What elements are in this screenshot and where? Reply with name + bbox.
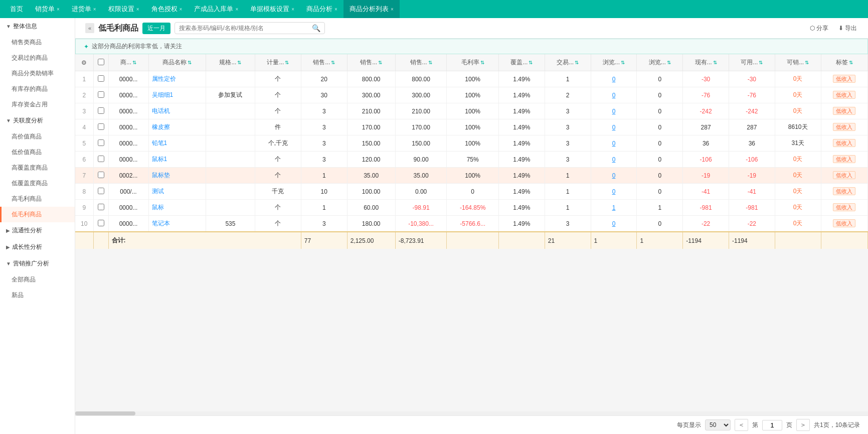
col-views1[interactable]: 浏览...⇅ — [591, 54, 637, 71]
nav-sales[interactable]: 销货单 × — [29, 0, 66, 18]
col-current-stock[interactable]: 现有...⇅ — [683, 54, 729, 71]
scroll-thumb[interactable] — [75, 411, 135, 415]
col-sales-profit[interactable]: 销售...⇅ — [395, 54, 447, 71]
row-checkbox-input[interactable] — [98, 220, 104, 226]
nav-role[interactable]: 角色授权 × — [145, 0, 189, 18]
nav-analysis[interactable]: 商品分析 × — [300, 0, 343, 18]
col-code[interactable]: 商...⇅ — [108, 54, 148, 71]
row-checkbox-input[interactable] — [98, 75, 104, 82]
sidebar-item-high-margin[interactable]: 高毛利商品 — [0, 191, 75, 207]
per-page-select[interactable]: 50 20 100 — [705, 419, 731, 430]
sidebar-item-low-margin[interactable]: 低毛利商品 — [0, 207, 75, 222]
col-coverage[interactable]: 覆盖...⇅ — [498, 54, 545, 71]
time-filter-button[interactable]: 近一月 — [142, 23, 170, 34]
row-name[interactable]: 笔记本 — [148, 216, 206, 232]
close-purchase-icon[interactable]: × — [93, 7, 96, 12]
sidebar-item-capital[interactable]: 库存资金占用 — [0, 97, 75, 112]
col-transaction[interactable]: 交易...⇅ — [545, 54, 591, 71]
row-name[interactable]: 鼠标垫 — [148, 168, 206, 184]
row-checkbox-input[interactable] — [98, 156, 104, 162]
prev-page-btn[interactable]: ＜ — [735, 419, 748, 431]
col-sales-amount[interactable]: 销售...⇅ — [347, 54, 395, 71]
row-checkbox-input[interactable] — [98, 139, 104, 146]
nav-home[interactable]: 首页 — [4, 0, 29, 18]
col-name[interactable]: 商品名称⇅ — [148, 54, 206, 71]
sidebar-item-high-value[interactable]: 高价值商品 — [0, 129, 75, 144]
row-views1[interactable]: 0 — [591, 168, 637, 184]
sidebar-item-new-goods[interactable]: 新品 — [0, 287, 75, 303]
tag-badge: 低收入 — [833, 219, 855, 227]
col-gross-margin[interactable]: 毛利率⇅ — [447, 54, 499, 71]
sidebar-item-high-coverage[interactable]: 高覆盖度商品 — [0, 160, 75, 176]
close-permission-icon[interactable]: × — [136, 7, 139, 12]
row-checkbox-input[interactable] — [98, 91, 104, 98]
share-button[interactable]: ⬡ 分享 — [807, 23, 831, 34]
nav-purchase[interactable]: 进货单 × — [66, 0, 102, 18]
next-page-btn[interactable]: ＞ — [796, 419, 810, 431]
select-all-checkbox[interactable] — [98, 59, 104, 65]
nav-product-in[interactable]: 产成品入库单 × — [188, 0, 244, 18]
sidebar-collapse-btn[interactable]: « — [85, 23, 94, 33]
nav-template[interactable]: 单据模板设置 × — [244, 0, 300, 18]
row-views1[interactable]: 0 — [591, 119, 637, 135]
row-views1[interactable]: 0 — [591, 135, 637, 152]
nav-permission[interactable]: 权限设置 × — [102, 0, 145, 18]
row-views1[interactable]: 0 — [591, 184, 637, 200]
row-checkbox-input[interactable] — [98, 172, 104, 178]
row-name[interactable]: 橡皮擦 — [148, 119, 206, 135]
col-views2[interactable]: 浏览...⇅ — [637, 54, 683, 71]
row-name[interactable]: 属性定价 — [148, 71, 206, 87]
close-template-icon[interactable]: × — [291, 7, 294, 12]
row-views1[interactable]: 0 — [591, 103, 637, 119]
col-unit[interactable]: 计量...⇅ — [255, 54, 301, 71]
page-input[interactable] — [762, 420, 782, 430]
export-button[interactable]: ⬇ 导出 — [835, 23, 860, 34]
col-available[interactable]: 可用...⇅ — [729, 54, 775, 71]
nav-analysis-list[interactable]: 商品分析列表 × — [343, 0, 400, 18]
sidebar-item-sales-goods[interactable]: 销售类商品 — [0, 35, 75, 50]
sidebar-group-marketing[interactable]: ▼ 营销推广分析 — [0, 255, 75, 272]
close-role-icon[interactable]: × — [180, 7, 183, 12]
sidebar-item-category-rate[interactable]: 商品分类助销率 — [0, 66, 75, 81]
search-input[interactable] — [179, 25, 312, 32]
row-sales-count: 10 — [301, 184, 347, 200]
table-container[interactable]: ⚙ 商...⇅ 商品名称⇅ 规格...⇅ 计量...⇅ 销售...⇅ 销售...… — [75, 54, 868, 411]
row-views1[interactable]: 0 — [591, 152, 637, 168]
row-views1[interactable]: 0 — [591, 71, 637, 87]
row-name[interactable]: 吴细细1 — [148, 87, 206, 103]
sidebar-group-flow[interactable]: ▶ 流通性分析 — [0, 222, 75, 239]
sidebar-item-stock-goods[interactable]: 有库存的商品 — [0, 81, 75, 97]
row-checkbox-input[interactable] — [98, 204, 104, 210]
close-sales-icon[interactable]: × — [57, 7, 60, 12]
horizontal-scrollbar[interactable] — [75, 411, 868, 415]
row-name[interactable]: 铅笔1 — [148, 135, 206, 152]
row-views1[interactable]: 0 — [591, 216, 637, 232]
row-checkbox-input[interactable] — [98, 107, 104, 114]
close-analysis-icon[interactable]: × — [334, 7, 337, 12]
close-product-in-icon[interactable]: × — [235, 7, 238, 12]
sidebar-item-low-value[interactable]: 低价值商品 — [0, 144, 75, 160]
row-name[interactable]: 鼠标1 — [148, 152, 206, 168]
row-checkbox-input[interactable] — [98, 123, 104, 130]
row-name[interactable]: 电话机 — [148, 103, 206, 119]
sidebar-group-relevance[interactable]: ▼ 关联度分析 — [0, 112, 75, 129]
sidebar-item-traded-goods[interactable]: 交易过的商品 — [0, 50, 75, 66]
sidebar-group-growth[interactable]: ▶ 成长性分析 — [0, 239, 75, 255]
row-name[interactable]: 鼠标 — [148, 200, 206, 216]
table-row: 10 0000... 笔记本 535 个 3 180.00 -10,380...… — [75, 216, 868, 232]
search-icon[interactable]: 🔍 — [312, 24, 320, 32]
tag-badge: 低收入 — [833, 107, 855, 115]
col-spec[interactable]: 规格...⇅ — [206, 54, 255, 71]
row-views1[interactable]: 1 — [591, 200, 637, 216]
col-sellable-days[interactable]: 可销...⇅ — [775, 54, 821, 71]
sidebar-item-all-goods[interactable]: 全部商品 — [0, 272, 75, 287]
row-checkbox-input[interactable] — [98, 188, 104, 194]
row-views1[interactable]: 0 — [591, 87, 637, 103]
sidebar-group-overall[interactable]: ▼ 整体信息 — [0, 18, 75, 35]
col-sales-count[interactable]: 销售...⇅ — [301, 54, 347, 71]
sidebar-item-low-coverage[interactable]: 低覆盖度商品 — [0, 176, 75, 191]
col-tag[interactable]: 标签⇅ — [821, 54, 867, 71]
col-settings[interactable]: ⚙ — [75, 54, 93, 71]
row-name[interactable]: 测试 — [148, 184, 206, 200]
close-analysis-list-icon[interactable]: × — [391, 7, 394, 12]
